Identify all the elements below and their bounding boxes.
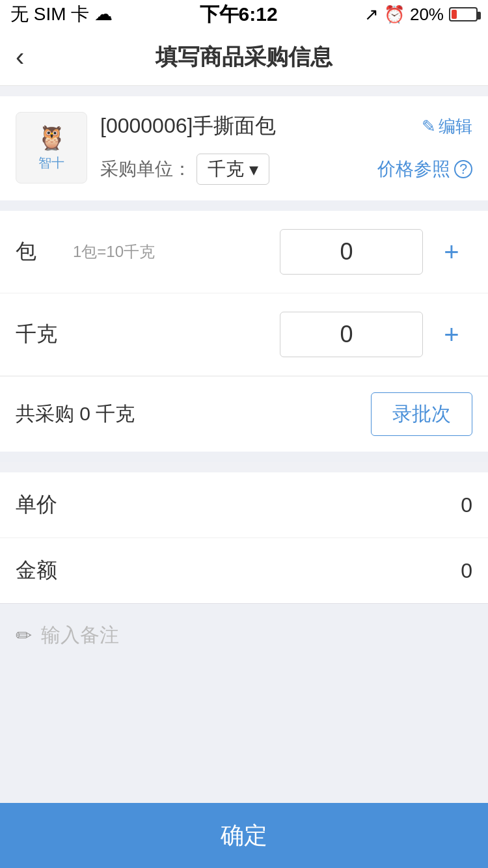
price-ref-info-icon: ? — [454, 160, 472, 178]
price-value: 0 — [461, 493, 472, 517]
quantity-input-wrap-kg: + — [280, 312, 472, 357]
product-image: 🦉 智十 — [16, 112, 87, 183]
quantity-row-bao: 包 1包=10千克 + — [0, 211, 488, 293]
quantity-input-wrap-bao: + — [280, 229, 472, 275]
status-bar: 无 SIM 卡 ☁ 下午6:12 ↗ ⏰ 20% — [0, 0, 488, 29]
product-image-icon: 🦉 — [37, 124, 66, 152]
product-card: 🦉 智十 [0000006]手撕面包 ✎ 编辑 采购单位： 千克 ▾ 价格参照 … — [0, 96, 488, 200]
pencil-icon: ✏ — [16, 624, 32, 647]
price-ref-button[interactable]: 价格参照 ? — [377, 157, 472, 182]
record-batch-button[interactable]: 录批次 — [371, 392, 472, 436]
plus-button-kg[interactable]: + — [431, 314, 472, 355]
quantity-row-kg: 千克 + — [0, 293, 488, 376]
summary-text: 共采购 0 千克 — [16, 401, 135, 427]
unit-label: 采购单位： — [100, 157, 191, 182]
page-title: 填写商品采购信息 — [156, 42, 332, 72]
quantity-label-kg: 千克 — [16, 320, 68, 349]
info-section: 单价 0 金额 0 — [0, 472, 488, 603]
confirm-button[interactable]: 确定 — [0, 803, 488, 868]
edit-button[interactable]: ✎ 编辑 — [422, 115, 472, 138]
amount-value: 0 — [461, 559, 472, 583]
product-name: [0000006]手撕面包 — [100, 112, 276, 141]
notes-section[interactable]: ✏ 输入备注 — [0, 603, 488, 667]
plus-button-bao[interactable]: + — [431, 231, 472, 273]
nav-header: ‹ 填写商品采购信息 — [0, 29, 488, 86]
unit-row: 采购单位： 千克 ▾ 价格参照 ? — [100, 154, 472, 185]
quantity-input-kg[interactable] — [280, 312, 423, 357]
notes-placeholder: 输入备注 — [41, 622, 119, 649]
back-button[interactable]: ‹ — [16, 42, 24, 72]
status-right: ↗ ⏰ 20% — [364, 5, 478, 25]
product-name-row: [0000006]手撕面包 ✎ 编辑 — [100, 112, 472, 141]
price-label: 单价 — [16, 491, 57, 519]
dropdown-arrow-icon: ▾ — [249, 159, 258, 180]
quantity-sub-label-bao: 1包=10千克 — [73, 241, 280, 262]
divider-1 — [0, 200, 488, 211]
info-row-amount: 金额 0 — [0, 538, 488, 603]
edit-icon: ✎ — [422, 116, 436, 137]
alarm-icon: ⏰ — [384, 5, 405, 25]
summary-row: 共采购 0 千克 录批次 — [0, 376, 488, 452]
quantity-section: 包 1包=10千克 + 千克 + — [0, 211, 488, 376]
product-image-text: 智十 — [38, 154, 64, 172]
quantity-input-bao[interactable] — [280, 229, 423, 275]
status-time: 下午6:12 — [200, 1, 278, 28]
amount-label: 金额 — [16, 556, 57, 585]
battery-icon — [449, 7, 478, 21]
battery-percent: 20% — [410, 5, 444, 25]
divider-2 — [0, 452, 488, 462]
location-icon: ↗ — [364, 5, 379, 25]
sim-status: 无 SIM 卡 ☁ — [10, 2, 113, 27]
info-row-price: 单价 0 — [0, 472, 488, 538]
quantity-label-bao: 包 — [16, 237, 68, 266]
summary-amount: 0 — [79, 403, 96, 424]
battery-fill — [452, 10, 457, 19]
status-left: 无 SIM 卡 ☁ — [10, 2, 113, 27]
unit-select[interactable]: 千克 ▾ — [197, 154, 269, 185]
product-info: [0000006]手撕面包 ✎ 编辑 采购单位： 千克 ▾ 价格参照 ? — [100, 112, 472, 185]
